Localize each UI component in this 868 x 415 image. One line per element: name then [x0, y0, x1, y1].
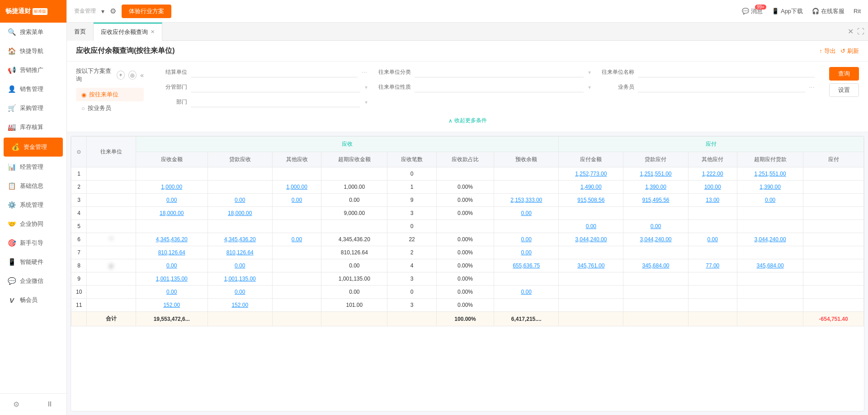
cell-link[interactable]: 345,761.00 — [577, 262, 604, 269]
cell-link[interactable]: 810,126.64 — [226, 249, 254, 256]
filter-add-btn[interactable]: + — [117, 71, 125, 80]
cell-link[interactable]: 77.00 — [706, 262, 719, 269]
cell-link[interactable]: 1,490.00 — [580, 184, 602, 190]
cell-link[interactable]: 0.00 — [521, 210, 532, 216]
cell-link[interactable]: 4,345,436.20 — [156, 236, 188, 243]
nav-by-salesman[interactable]: ○ 按业务员 — [76, 101, 144, 115]
sidebar-item-inventory[interactable]: 🏭 库存核算 — [0, 118, 66, 137]
settings-footer-btn[interactable]: ⚙ — [10, 397, 22, 411]
sidebar-item-quick-nav[interactable]: 🏠 快捷导航 — [0, 42, 66, 61]
tab-home[interactable]: 首页 — [67, 23, 94, 41]
sidebar-item-smart-hw[interactable]: 📱 智能硬件 — [0, 253, 66, 272]
cell-link[interactable]: 2,153,333.00 — [510, 197, 542, 203]
cell-link[interactable]: 0.00 — [166, 262, 177, 269]
dept-input[interactable] — [191, 97, 360, 107]
cell-link[interactable]: 0.00 — [521, 249, 532, 256]
cell-link[interactable]: 0.00 — [292, 197, 302, 203]
sidebar-item-operations[interactable]: 📊 经营管理 — [0, 157, 66, 176]
cell-link[interactable]: 0.00 — [765, 197, 775, 203]
cell-link[interactable]: 1,252,773.00 — [575, 171, 607, 177]
sidebar-item-member[interactable]: V 畅会员 — [0, 291, 66, 310]
sidebar-item-wechat[interactable]: 💬 企业微信 — [0, 272, 66, 291]
tab-maximize-btn[interactable]: ⛶ — [857, 28, 864, 36]
app-download-btn[interactable]: 📱 App下载 — [772, 7, 803, 15]
sidebar-item-enterprise[interactable]: 🤝 企业协同 — [0, 215, 66, 234]
salesman-dots[interactable]: ··· — [809, 83, 815, 91]
header-dropdown-btn[interactable]: ▾ — [101, 8, 104, 15]
sidebar-item-system[interactable]: ⚙️ 系统管理 — [0, 196, 66, 215]
cell-link[interactable]: 0.00 — [235, 262, 245, 269]
tab-close-btn[interactable]: ✕ — [151, 29, 155, 35]
cell-link[interactable]: 810,126.64 — [158, 249, 185, 256]
collapse-sidebar-btn[interactable]: ⏸ — [43, 397, 56, 411]
dept-mgr-chevron[interactable]: ▾ — [365, 84, 368, 91]
tab-close-window-btn[interactable]: ✕ — [848, 27, 854, 36]
cell-link[interactable]: 0.00 — [521, 289, 532, 295]
cell-link[interactable]: 1,001,135.00 — [224, 276, 256, 282]
cell-link[interactable]: 915,508.56 — [577, 197, 604, 203]
tab-ar-ap-query[interactable]: 应收应付余额查询 ✕ — [94, 23, 162, 41]
cell-link[interactable]: 915,495.56 — [642, 197, 669, 203]
refresh-button[interactable]: ↺ 刷新 — [840, 47, 859, 55]
partner-category-chevron[interactable]: ▾ — [588, 69, 591, 76]
cell-link[interactable]: 655,636.75 — [513, 262, 540, 269]
sidebar-item-guide[interactable]: 🎯 新手引导 — [0, 234, 66, 253]
message-btn[interactable]: 💬 消息 99+ — [742, 7, 763, 15]
user-name[interactable]: Rit — [854, 8, 861, 14]
sidebar-item-basic-info[interactable]: 📋 基础信息 — [0, 176, 66, 196]
cell-link[interactable]: 152.00 — [231, 302, 248, 308]
header-gear-btn[interactable]: ⚙ — [110, 7, 116, 15]
settings-button[interactable]: 设置 — [829, 83, 859, 97]
cell-link[interactable]: 0.00 — [521, 236, 532, 243]
cell-link[interactable]: 13.00 — [706, 197, 719, 203]
cell-link[interactable]: 18,000.00 — [160, 210, 184, 216]
partner-nature-input[interactable] — [415, 82, 584, 92]
cell-link[interactable]: 0.00 — [166, 289, 177, 295]
export-button[interactable]: ↑ 导出 — [820, 47, 836, 55]
cell-link[interactable]: 0.00 — [235, 289, 245, 295]
sidebar-item-search-menu[interactable]: 🔍 搜索菜单 — [0, 23, 66, 42]
salesman-input[interactable] — [638, 82, 805, 92]
filter-target-btn[interactable]: ◎ — [128, 71, 137, 80]
cell-link[interactable]: 100.00 — [704, 184, 721, 190]
cell-link[interactable]: 0.00 — [235, 197, 245, 203]
cell-link[interactable]: 345,684.00 — [757, 262, 784, 269]
cell-link[interactable]: 1,000.00 — [161, 184, 182, 190]
cell-link[interactable]: 1,251,551.00 — [755, 171, 786, 177]
cell-link[interactable]: 0.00 — [708, 236, 718, 243]
dept-mgr-input[interactable] — [191, 82, 360, 92]
cell-link[interactable]: 345,684.00 — [642, 262, 669, 269]
cell-link[interactable]: 1,390.00 — [760, 184, 781, 190]
partner-nature-chevron[interactable]: ▾ — [588, 84, 591, 91]
cell-link[interactable]: 3,044,240.00 — [755, 236, 786, 243]
cell-link[interactable]: 3,044,240.00 — [575, 236, 607, 243]
cell-link[interactable]: 0.00 — [586, 223, 596, 229]
filter-collapse-btn[interactable]: « — [140, 72, 144, 79]
customer-service-btn[interactable]: 🎧 在线客服 — [812, 7, 844, 15]
cell-link[interactable]: 18,000.00 — [228, 210, 252, 216]
cell-link[interactable]: 152.00 — [163, 302, 180, 308]
sidebar-item-marketing[interactable]: 📢 营销推广 — [0, 61, 66, 80]
query-button[interactable]: 查询 — [829, 67, 859, 81]
promo-button[interactable]: 体验行业方案 — [122, 5, 171, 18]
partner-name-input[interactable] — [638, 67, 815, 77]
cell-link[interactable]: 3,044,240.00 — [640, 236, 671, 243]
partner-category-input[interactable] — [415, 67, 584, 77]
dept-chevron[interactable]: ▾ — [365, 99, 368, 105]
cell-link[interactable]: 4,345,436.20 — [224, 236, 256, 243]
cell-link[interactable]: 0.00 — [651, 223, 661, 229]
table-settings-icon[interactable]: ⚙ — [76, 149, 81, 155]
nav-by-partner[interactable]: ◉ 按往来单位 — [76, 88, 144, 101]
collapse-more-btn[interactable]: ∧ 收起更多条件 — [76, 115, 859, 126]
sidebar-item-finance[interactable]: 💰 资金管理 — [4, 138, 63, 157]
cell-link[interactable]: 0.00 — [166, 197, 177, 203]
settlement-unit-input[interactable] — [191, 67, 358, 77]
settlement-unit-dots[interactable]: ··· — [361, 68, 367, 76]
cell-link[interactable]: 0.00 — [292, 236, 302, 243]
cell-link[interactable]: 1,222.00 — [702, 171, 723, 177]
cell-link[interactable]: 1,001,135.00 — [156, 276, 188, 282]
cell-link[interactable]: 1,390.00 — [645, 184, 666, 190]
cell-link[interactable]: 1,251,551.00 — [640, 171, 671, 177]
cell-link[interactable]: 1,000.00 — [286, 184, 307, 190]
sidebar-item-sales[interactable]: 👤 销售管理 — [0, 80, 66, 99]
